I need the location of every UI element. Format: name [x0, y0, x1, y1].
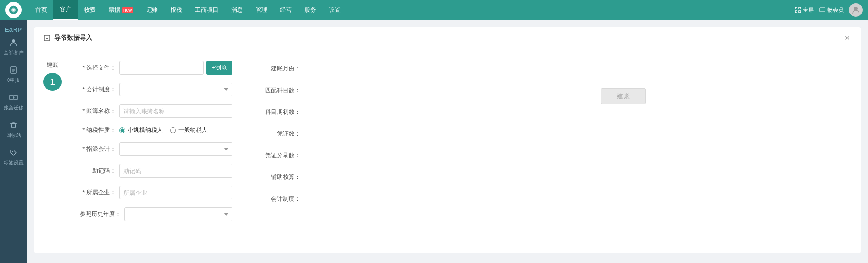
- nav-item-clients[interactable]: 客户: [53, 0, 78, 20]
- report-icon: [9, 65, 19, 75]
- accounting-system-row: * 会计制度：: [80, 83, 232, 96]
- nav-items: 首页 客户 收费 票据 new 记账 报税 工商项目 消息 管理 经营 服务 设…: [29, 0, 795, 20]
- content-area: 导爷数据导入 × 建账 1 * 选择文件：: [27, 20, 868, 263]
- ledger-name-label: * 账簿名称：: [80, 107, 116, 115]
- match-subjects-label: 匹配科目数：: [260, 86, 300, 94]
- radio-general-taxpayer[interactable]: 一般纳税人: [170, 126, 208, 134]
- right-accounting-system-label: 会计制度：: [260, 195, 300, 203]
- sidebar-item-migrate[interactable]: 账套迁移: [0, 88, 27, 116]
- close-button[interactable]: ×: [843, 33, 852, 42]
- sidebar-item-all-clients[interactable]: 全部客户: [0, 33, 27, 61]
- nav-item-home[interactable]: 首页: [29, 0, 53, 20]
- sidebar-item-label: 全部客户: [4, 49, 24, 56]
- avatar[interactable]: [849, 3, 863, 17]
- dialog-panel: 导爷数据导入 × 建账 1 * 选择文件：: [34, 27, 861, 253]
- new-badge: new: [122, 7, 133, 13]
- person-icon: [9, 38, 19, 47]
- sidebar-item-trash[interactable]: 回收站: [0, 116, 27, 143]
- svg-rect-6: [820, 8, 825, 12]
- nav-item-invoice[interactable]: 票据 new: [102, 0, 140, 20]
- member-button[interactable]: 畅会员: [819, 6, 844, 14]
- affiliated-enterprise-input[interactable]: [119, 186, 232, 199]
- build-month-row: 建账月份：: [260, 62, 395, 75]
- nav-item-business[interactable]: 工商项目: [189, 0, 225, 20]
- earp-logo: EaRP: [5, 26, 22, 33]
- voucher-entries-row: 凭证分录数：: [260, 149, 395, 162]
- browse-button[interactable]: +浏览: [206, 61, 232, 75]
- nav-item-message[interactable]: 消息: [225, 0, 249, 20]
- reference-year-select[interactable]: [124, 207, 232, 221]
- top-navigation: 首页 客户 收费 票据 new 记账 报税 工商项目 消息 管理 经营 服务 设…: [0, 0, 868, 20]
- fullscreen-button[interactable]: 全屏: [795, 6, 814, 14]
- build-account-button[interactable]: 建账: [601, 88, 646, 104]
- radio-small-input[interactable]: [119, 127, 125, 133]
- dialog-title: 导爷数据导入: [43, 34, 92, 42]
- migrate-icon: [9, 93, 19, 103]
- tax-type-radio-group: 小规模纳税人 一般纳税人: [119, 126, 208, 134]
- ledger-name-input[interactable]: [119, 104, 232, 118]
- voucher-count-label: 凭证数：: [260, 130, 300, 138]
- subject-initial-label: 科目期初数：: [260, 108, 300, 116]
- sidebar-item-label: 账套迁移: [4, 104, 24, 111]
- radio-small-label: 小规模纳税人: [128, 126, 163, 134]
- radio-general-input[interactable]: [170, 127, 176, 133]
- right-action: 建账: [395, 61, 852, 221]
- tax-type-label: * 纳税性质：: [80, 126, 116, 134]
- main-layout: EaRP 全部客户 0申报 账套迁移 回收站: [0, 20, 868, 263]
- svg-rect-2: [795, 7, 797, 9]
- form-content: 建账 1 * 选择文件： +浏览 * 会计制度：: [34, 47, 861, 230]
- memo-code-input[interactable]: [119, 164, 232, 178]
- right-accounting-system-row: 会计制度：: [260, 192, 395, 206]
- svg-rect-9: [11, 67, 16, 73]
- radio-general-label: 一般纳税人: [178, 126, 208, 134]
- assign-accountant-row: * 指派会计：: [80, 142, 232, 156]
- reference-year-row: 参照历史年度：: [80, 207, 232, 221]
- memo-code-label: 助记码：: [80, 167, 116, 175]
- file-selection-row: * 选择文件： +浏览: [80, 61, 232, 75]
- nav-item-bookkeeping[interactable]: 记账: [140, 0, 164, 20]
- assign-accountant-label: * 指派会计：: [80, 145, 116, 153]
- subject-initial-row: 科目期初数：: [260, 105, 395, 119]
- affiliated-enterprise-row: * 所属企业：: [80, 186, 232, 199]
- accounting-system-select[interactable]: [119, 83, 232, 96]
- auxiliary-accounting-row: 辅助核算：: [260, 170, 395, 184]
- nav-item-billing[interactable]: 收费: [78, 0, 102, 20]
- voucher-count-row: 凭证数：: [260, 127, 395, 141]
- nav-item-tax[interactable]: 报税: [164, 0, 189, 20]
- match-subjects-row: 匹配科目数：: [260, 84, 395, 97]
- svg-rect-4: [795, 11, 797, 13]
- svg-point-8: [12, 39, 15, 43]
- accounting-system-label: * 会计制度：: [80, 85, 116, 94]
- import-icon: [43, 34, 51, 42]
- radio-small-taxpayer[interactable]: 小规模纳税人: [119, 126, 163, 134]
- svg-rect-3: [799, 7, 801, 9]
- nav-item-service[interactable]: 服务: [298, 0, 323, 20]
- assign-accountant-select[interactable]: [119, 142, 232, 156]
- nav-item-management[interactable]: 管理: [249, 0, 274, 20]
- svg-point-7: [854, 7, 858, 10]
- top-nav-right: 全屏 畅会员: [795, 3, 863, 17]
- right-info: 建账月份： 匹配科目数： 科目期初数： 凭证数：: [260, 61, 395, 221]
- memo-code-row: 助记码：: [80, 164, 232, 178]
- sidebar-item-tags[interactable]: 标签设置: [0, 143, 27, 171]
- svg-point-1: [12, 9, 15, 11]
- nav-item-settings[interactable]: 设置: [323, 0, 347, 20]
- file-label: * 选择文件：: [80, 64, 116, 72]
- step-label: 建账: [47, 61, 58, 69]
- reference-year-label: 参照历史年度：: [80, 210, 121, 218]
- tax-type-row: * 纳税性质： 小规模纳税人 一般纳税人: [80, 126, 232, 134]
- step-circle: 1: [43, 73, 62, 91]
- dialog-header: 导爷数据导入 ×: [34, 27, 861, 47]
- sidebar-item-label: 0申报: [7, 77, 20, 84]
- logo[interactable]: [5, 2, 22, 18]
- build-month-label: 建账月份：: [260, 65, 300, 73]
- ledger-name-row: * 账簿名称：: [80, 104, 232, 118]
- nav-item-operation[interactable]: 经营: [274, 0, 298, 20]
- svg-point-12: [12, 151, 13, 152]
- sidebar: EaRP 全部客户 0申报 账套迁移 回收站: [0, 20, 27, 263]
- file-input-wrap: +浏览: [119, 61, 232, 75]
- file-text-input[interactable]: [119, 61, 204, 75]
- left-form: * 选择文件： +浏览 * 会计制度： * 账簿名称：: [80, 61, 232, 221]
- step-indicator: 建账 1: [43, 61, 62, 221]
- sidebar-item-zero-report[interactable]: 0申报: [0, 61, 27, 88]
